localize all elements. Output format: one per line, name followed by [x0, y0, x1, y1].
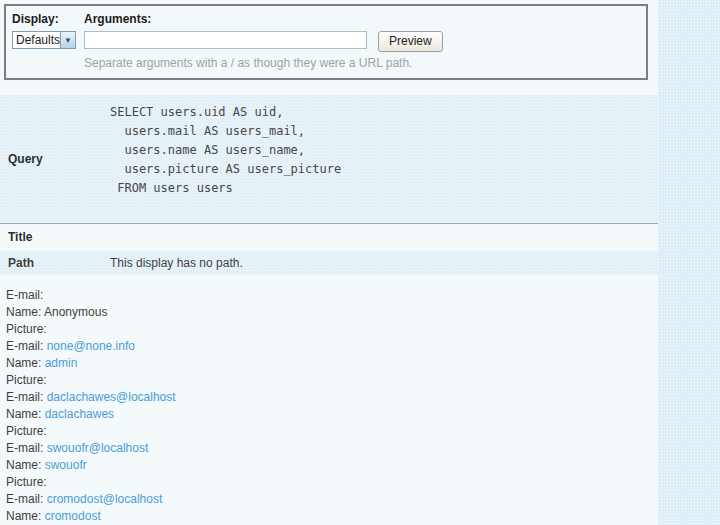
title-value	[110, 224, 658, 252]
picture-field-label: Picture:	[6, 373, 47, 387]
email-field-label: E-mail:	[6, 339, 43, 353]
list-item: E-mail: cromodost@localhost	[6, 493, 658, 505]
email-link[interactable]: cromodost@localhost	[47, 492, 163, 506]
list-item: E-mail: swouofr@localhost	[6, 442, 658, 454]
list-item: Name: swouofr	[6, 459, 658, 471]
arguments-column: Arguments: Preview Separate arguments wi…	[84, 12, 638, 70]
view-summary-table: Query SELECT users.uid AS uid, users.mai…	[0, 95, 658, 275]
email-link[interactable]: none@none.info	[47, 339, 135, 353]
preview-button[interactable]: Preview	[378, 31, 443, 52]
preview-results: E-mail: Name: Anonymous Picture: E-mail:…	[6, 289, 658, 525]
name-field-label: Name:	[6, 356, 41, 370]
path-label: Path	[0, 251, 110, 275]
email-field-label: E-mail:	[6, 288, 43, 302]
name-link[interactable]: cromodost	[45, 509, 101, 523]
list-item: Name: Anonymous	[6, 306, 658, 318]
email-field-label: E-mail:	[6, 492, 43, 506]
query-sql: SELECT users.uid AS uid, users.mail AS u…	[110, 95, 658, 223]
name-field-label: Name:	[6, 509, 41, 523]
list-item: Name: admin	[6, 357, 658, 369]
chevron-down-icon: ▼	[60, 32, 75, 48]
email-link[interactable]: swouofr@localhost	[47, 441, 149, 455]
picture-field-label: Picture:	[6, 322, 47, 336]
email-field-label: E-mail:	[6, 390, 43, 404]
list-item: Name: cromodost	[6, 510, 658, 522]
list-item: Name: daclachawes	[6, 408, 658, 420]
picture-field-label: Picture:	[6, 475, 47, 489]
name-link[interactable]: admin	[45, 356, 78, 370]
list-item: Picture:	[6, 476, 658, 488]
name-field-label: Name:	[6, 305, 41, 319]
query-row: Query SELECT users.uid AS uid, users.mai…	[0, 95, 658, 224]
path-value: This display has no path.	[110, 251, 658, 275]
list-item: Picture:	[6, 374, 658, 386]
arguments-input[interactable]	[84, 31, 367, 49]
name-field-label: Name:	[6, 458, 41, 472]
display-column: Display: Defaults ▼	[12, 12, 78, 49]
display-select-value: Defaults	[13, 33, 60, 47]
query-label: Query	[0, 95, 110, 224]
arguments-label: Arguments:	[84, 12, 638, 26]
arguments-help: Separate arguments with a / as though th…	[84, 56, 638, 70]
name-link[interactable]: daclachawes	[45, 407, 114, 421]
name-field-label: Name:	[6, 407, 41, 421]
arguments-row: Preview	[84, 31, 638, 52]
name-link[interactable]: swouofr	[45, 458, 87, 472]
email-link[interactable]: daclachawes@localhost	[47, 390, 176, 404]
title-row: Title	[0, 224, 658, 252]
email-field-label: E-mail:	[6, 441, 43, 455]
path-row: Path This display has no path.	[0, 251, 658, 275]
preview-form: Display: Defaults ▼ Arguments: Preview S…	[4, 4, 648, 80]
list-item: E-mail: daclachawes@localhost	[6, 391, 658, 403]
display-select[interactable]: Defaults ▼	[12, 31, 76, 49]
picture-field-label: Picture:	[6, 424, 47, 438]
list-item: Picture:	[6, 425, 658, 437]
list-item: E-mail:	[6, 289, 658, 301]
main-content: Display: Defaults ▼ Arguments: Preview S…	[0, 0, 658, 525]
list-item: E-mail: none@none.info	[6, 340, 658, 352]
title-label: Title	[0, 224, 110, 252]
display-label: Display:	[12, 12, 78, 26]
list-item: Picture:	[6, 323, 658, 335]
name-value: Anonymous	[44, 305, 107, 319]
